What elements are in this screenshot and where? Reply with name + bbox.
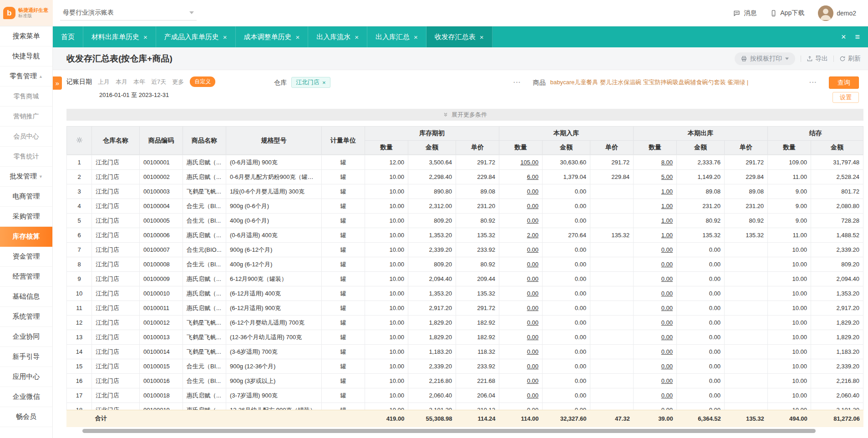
sidebar-item-12[interactable]: 经营管理 <box>0 267 52 287</box>
sidebar-item-8[interactable]: 电商管理 <box>0 187 52 207</box>
sidebar-item-19[interactable]: 畅会员 <box>0 407 52 427</box>
table-row[interactable]: 8江北门店00100008合生元（BI...400g (6-12个月)罐10.0… <box>67 257 863 272</box>
user-menu[interactable]: demo2 <box>818 5 856 21</box>
table-row[interactable]: 13江北门店00100013飞鹤星飞帆...(12-36个月幼儿适用) 700克… <box>67 330 863 345</box>
app-download-button[interactable]: App下载 <box>770 9 804 17</box>
sidebar-item-13[interactable]: 基础信息 <box>0 287 52 307</box>
cell-out_qty[interactable]: 0.00 <box>634 359 677 374</box>
cell-out_qty[interactable]: 0.00 <box>634 330 677 345</box>
cell-out_qty[interactable]: 0.00 <box>634 257 677 272</box>
date-quick-link-2[interactable]: 本年 <box>133 78 145 86</box>
table-row[interactable]: 7江北门店00100007合生元(BIO...900g (6-12个月)罐10.… <box>67 243 863 257</box>
tab-close-icon[interactable]: × <box>355 33 359 41</box>
table-row[interactable]: 1江北门店00100001惠氏启赋（...(0-6月适用) 900克罐12.00… <box>67 155 863 170</box>
cell-in_qty[interactable]: 0.00 <box>499 199 543 214</box>
table-row[interactable]: 15江北门店00100015合生元（BI...900g (12-36个月)罐10… <box>67 359 863 374</box>
table-row[interactable]: 9江北门店00100009惠氏启赋（...6-12月900克（罐装）罐10.00… <box>67 272 863 286</box>
table-row[interactable]: 6江北门店00100006惠氏启赋（...(0-6月适用) 400克罐10.00… <box>67 228 863 243</box>
tab-close-icon[interactable]: × <box>296 33 300 41</box>
sidebar-item-5[interactable]: 会员中心 <box>0 127 52 147</box>
table-row[interactable]: 3江北门店00100003飞鹤星飞帆...1段(0-6个月婴儿适用) 300克罐… <box>67 184 863 199</box>
cell-in_qty[interactable]: 0.00 <box>499 403 543 410</box>
cell-in_qty[interactable]: 0.00 <box>499 214 543 228</box>
cell-out_qty[interactable]: 0.00 <box>634 286 677 301</box>
cell-out_qty[interactable]: 0.00 <box>634 403 677 410</box>
tab-item-3[interactable]: 成本调整单历史× <box>236 26 309 47</box>
cell-in_qty[interactable]: 0.00 <box>499 345 543 359</box>
tab-item-0[interactable]: 首页 <box>53 26 83 47</box>
table-row[interactable]: 10江北门店00100010惠氏启赋（...(6-12月适用) 400克罐10.… <box>67 286 863 301</box>
horizontal-scrollbar[interactable] <box>66 428 863 434</box>
cell-out_qty[interactable]: 0.00 <box>634 388 677 403</box>
refresh-button[interactable]: 刷新 <box>839 55 861 63</box>
cell-out_qty[interactable]: 1.00 <box>634 184 677 199</box>
cell-in_qty[interactable]: 6.00 <box>499 170 543 184</box>
table-row[interactable]: 11江北门店00100011惠氏启赋（...(6-12月适用) 900克罐10.… <box>67 301 863 316</box>
account-book-select[interactable]: 母婴行业演示账表 <box>60 6 197 20</box>
print-template-button[interactable]: 按模板打印 <box>735 52 795 65</box>
sidebar-item-3[interactable]: 零售商城 <box>0 87 52 107</box>
sidebar-item-4[interactable]: 营销推广 <box>0 107 52 127</box>
collapse-filter-button[interactable]: » <box>53 76 62 90</box>
close-tabs-icon[interactable]: × <box>841 32 846 42</box>
cell-out_qty[interactable]: 0.00 <box>634 316 677 330</box>
cell-in_qty[interactable]: 0.00 <box>499 316 543 330</box>
warehouse-more-icon[interactable]: ··· <box>510 79 521 86</box>
table-row[interactable]: 4江北门店00100004合生元（BI...900g (0-6个月)罐10.00… <box>67 199 863 214</box>
sidebar-item-16[interactable]: 新手引导 <box>0 347 52 367</box>
cell-out_qty[interactable]: 0.00 <box>634 272 677 286</box>
scrollbar-thumb[interactable] <box>82 429 816 433</box>
tab-close-icon[interactable]: × <box>480 33 484 41</box>
table-row[interactable]: 18江北门店00100019惠氏启赋（...12-36月幼儿配方 900克（罐装… <box>67 403 863 410</box>
expand-more-conditions[interactable]: 展开更多条件 <box>66 109 863 121</box>
tab-item-4[interactable]: 出入库流水× <box>308 26 367 47</box>
date-quick-link-0[interactable]: 上月 <box>98 78 110 86</box>
cell-out_qty[interactable]: 5.00 <box>634 170 677 184</box>
tab-item-5[interactable]: 出入库汇总× <box>367 26 426 47</box>
product-more-icon[interactable]: ··· <box>806 79 817 86</box>
cell-out_qty[interactable]: 0.00 <box>634 345 677 359</box>
column-settings-icon[interactable] <box>67 127 92 155</box>
warehouse-field[interactable]: 江北门店 × ··· <box>291 76 521 88</box>
sidebar-item-11[interactable]: 资金管理 <box>0 247 52 267</box>
sidebar-item-9[interactable]: 采购管理 <box>0 207 52 227</box>
cell-in_qty[interactable]: 0.00 <box>499 257 543 272</box>
table-row[interactable]: 12江北门店00100012飞鹤星飞帆...(6-12个月婴幼儿适用) 700克… <box>67 316 863 330</box>
tab-list-icon[interactable]: ≡ <box>855 32 860 42</box>
cell-in_qty[interactable]: 0.00 <box>499 301 543 316</box>
sidebar-item-7[interactable]: 批发管理▼ <box>0 167 52 187</box>
tab-close-icon[interactable]: × <box>223 33 227 41</box>
cell-in_qty[interactable]: 0.00 <box>499 330 543 345</box>
sidebar-item-10[interactable]: 库存核算 <box>0 227 52 247</box>
sidebar-item-15[interactable]: 企业协同 <box>0 327 52 347</box>
cell-out_qty[interactable]: 1.00 <box>634 214 677 228</box>
cell-in_qty[interactable]: 0.00 <box>499 286 543 301</box>
remove-tag-icon[interactable]: × <box>322 79 326 86</box>
sidebar-item-2[interactable]: 零售管理▲ <box>0 66 52 87</box>
date-quick-link-4[interactable]: 更多 <box>172 78 184 86</box>
sidebar-item-17[interactable]: 应用中心 <box>0 367 52 387</box>
cell-in_qty[interactable]: 2.00 <box>499 228 543 243</box>
custom-date-badge[interactable]: 自定义 <box>190 76 215 87</box>
cell-out_qty[interactable]: 0.00 <box>634 301 677 316</box>
messages-button[interactable]: 消息 <box>733 9 756 17</box>
sidebar-item-6[interactable]: 零售统计 <box>0 147 52 167</box>
cell-in_qty[interactable]: 0.00 <box>499 359 543 374</box>
table-row[interactable]: 5江北门店00100005合生元（BI...400g (0-6个月)罐10.00… <box>67 214 863 228</box>
cell-in_qty[interactable]: 0.00 <box>499 374 543 388</box>
date-quick-link-1[interactable]: 本月 <box>116 78 127 86</box>
table-row[interactable]: 14江北门店00100014飞鹤星飞帆...(3-6岁适用) 700克罐10.0… <box>67 345 863 359</box>
table-row[interactable]: 16江北门店00100016合生元（BI...900g (3岁或以上)罐10.0… <box>67 374 863 388</box>
query-button[interactable]: 查询 <box>829 76 859 89</box>
date-range-value[interactable]: 2016-01-01 至 2023-12-31 <box>99 91 262 99</box>
tab-close-icon[interactable]: × <box>143 33 147 41</box>
sidebar-item-1[interactable]: 快捷导航 <box>0 46 52 66</box>
date-quick-link-3[interactable]: 近7天 <box>151 78 166 86</box>
cell-in_qty[interactable]: 0.00 <box>499 272 543 286</box>
table-row[interactable]: 17江北门店00100018惠氏启赋（...(3-7岁适用) 900克罐10.0… <box>67 388 863 403</box>
cell-in_qty[interactable]: 0.00 <box>499 388 543 403</box>
export-button[interactable]: 导出 <box>807 55 828 63</box>
tab-item-1[interactable]: 材料出库单历史× <box>83 26 156 47</box>
warehouse-tag[interactable]: 江北门店 × <box>291 77 330 88</box>
sidebar-item-14[interactable]: 系统管理 <box>0 307 52 327</box>
